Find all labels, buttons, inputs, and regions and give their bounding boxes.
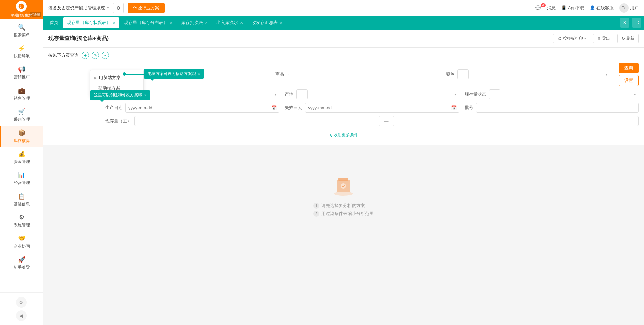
export-btn[interactable]: ⬆ 导出	[593, 34, 614, 43]
industry-btn[interactable]: 体验行业方案	[128, 3, 165, 13]
expand-arrow: ▶	[94, 76, 97, 80]
reset-btn[interactable]: 设置	[619, 75, 639, 86]
tab-collection-total[interactable]: 收发存汇总表 ✕	[248, 17, 286, 28]
inv-status-select[interactable]	[489, 89, 500, 99]
origin-select[interactable]	[296, 89, 308, 99]
color-label: 颜色	[446, 71, 454, 77]
tab-batch-ledger[interactable]: 库存批次账 ✕	[177, 17, 212, 28]
tooltip2-close-btn[interactable]: ×	[144, 93, 146, 97]
edit-scheme-btn[interactable]: ✎	[92, 52, 99, 59]
tab-close-icon[interactable]: ✕	[240, 21, 243, 25]
system-dropdown-icon[interactable]: ▾	[107, 6, 109, 10]
step-2-num: 2	[313, 211, 319, 217]
message-btn[interactable]: 💬 6 消息	[535, 5, 556, 11]
tooltip-create-scheme: 这里可以创建和修改方案哦 ×	[90, 90, 150, 100]
online-service-btn[interactable]: 👤 在线客服	[590, 5, 614, 11]
color-select-wrap	[457, 69, 610, 79]
sidebar-item-basic[interactable]: 📋 基础信息	[0, 189, 43, 210]
scheme-label: 电脑端方案	[99, 75, 121, 81]
collapse-label: 收起更多条件	[334, 132, 358, 138]
sidebar-item-guide[interactable]: 🚀 新手引导	[0, 253, 43, 274]
tab-close-icon[interactable]: ✕	[205, 21, 208, 25]
tab-inventory-status[interactable]: 现存量（库存状况表） ✕	[63, 17, 119, 28]
system-icon: ⚙	[19, 214, 24, 221]
expiry-date-wrap: 📅	[305, 103, 459, 113]
goods-dots[interactable]: ···	[287, 72, 293, 77]
close-all-tabs-btn[interactable]: ✕	[620, 18, 629, 28]
tab-home[interactable]: 首页	[46, 17, 62, 28]
sidebar-item-quicknav[interactable]: ⚡ 快捷导航	[0, 41, 43, 62]
collapse-sidebar-btn[interactable]: ◀	[16, 310, 27, 321]
filter-inv-main: 现存量（主） —	[105, 116, 639, 126]
print-icon: 🖨	[557, 36, 561, 41]
user-btn[interactable]: Ea 用户	[619, 3, 639, 13]
empty-steps: 1 请先选择要分析的方案 2 用过滤条件来缩小分析范围	[313, 203, 374, 219]
expiry-date-input[interactable]	[305, 103, 459, 113]
filter-goods: 商品 ···	[275, 71, 440, 77]
sidebar-label: 资金管理	[14, 159, 30, 165]
color-select[interactable]	[457, 69, 469, 79]
sidebar-item-purchase[interactable]: 🛒 采购管理	[0, 105, 43, 126]
sidebar-item-system[interactable]: ⚙ 系统管理	[0, 210, 43, 231]
collapse-filter-btn[interactable]: ∧ 收起更多条件	[329, 132, 358, 138]
tab-inout-flow[interactable]: 出入库流水 ✕	[212, 17, 247, 28]
sidebar-item-finance[interactable]: 💰 资金管理	[0, 147, 43, 168]
maximize-btn[interactable]: ⛶	[632, 18, 641, 28]
sales-icon: 💼	[18, 87, 25, 94]
tab-close-icon[interactable]: ✕	[170, 21, 172, 25]
batch-input[interactable]	[476, 103, 639, 113]
filter-color: 颜色	[446, 69, 610, 79]
tooltip1-text: 电脑方案可设为移动方案哦	[148, 71, 196, 77]
user-label: 用户	[630, 5, 639, 11]
sidebar-item-inventory[interactable]: 📦 库存核算	[0, 126, 43, 147]
app-logo: 6 畅通好好生意 标准版	[0, 0, 43, 19]
sidebar-item-sales[interactable]: 💼 销售管理	[0, 84, 43, 105]
inv-main-min-input[interactable]	[134, 116, 380, 126]
filter-action-buttons: 查询 设置	[619, 63, 639, 86]
inv-main-label: 现存量（主）	[105, 118, 131, 124]
main-area: 装备及固定资产辅助管理系统 ▾ ⚙ 体验行业方案 💬 6 消息 📱 App下载 …	[43, 0, 644, 325]
filter-expiry-date: 失效日期 📅	[285, 103, 459, 113]
settings-footer-btn[interactable]: ⚙	[16, 297, 27, 308]
print-template-btn[interactable]: 🖨 按模板打印 ▾	[553, 34, 590, 43]
filter-bottom: ∧ 收起更多条件	[48, 129, 639, 141]
tooltip2-text: 这里可以创建和修改方案哦	[94, 92, 142, 98]
tooltip1-close-btn[interactable]: ×	[198, 72, 200, 76]
sidebar-item-marketing[interactable]: 📢 营销推广	[0, 62, 43, 84]
inv-main-max-input[interactable]	[393, 116, 639, 126]
tab-close-icon[interactable]: ✕	[113, 21, 115, 25]
refresh-btn[interactable]: ↻ 刷新	[617, 34, 639, 43]
prod-date-calendar-icon[interactable]: 📅	[271, 105, 277, 110]
app-download-btn[interactable]: 📱 App下载	[561, 5, 584, 11]
filter-prod-date: 生产日期 📅	[105, 103, 279, 113]
prev-scheme-btn[interactable]: «	[102, 52, 109, 59]
sidebar-footer: ⚙ ◀	[0, 292, 43, 325]
top-header: 装备及固定资产辅助管理系统 ▾ ⚙ 体验行业方案 💬 6 消息 📱 App下载 …	[43, 0, 644, 16]
inventory-icon: 📦	[18, 129, 25, 137]
filter-header: 按以下方案查询 + ✎ «	[48, 52, 639, 59]
settings-button[interactable]: ⚙	[113, 3, 124, 13]
add-scheme-btn[interactable]: +	[82, 52, 89, 59]
search-btn[interactable]: 查询	[619, 63, 639, 73]
collapse-up-icon: ∧	[329, 133, 332, 138]
sidebar-label: 快捷导航	[14, 53, 30, 59]
basic-icon: 📋	[18, 193, 25, 200]
logo-subtitle: 畅通好好生意	[11, 13, 32, 18]
line-connector	[124, 74, 145, 75]
sidebar-item-enterprise[interactable]: 🤝 企业协同	[0, 231, 43, 253]
sidebar-item-search[interactable]: 🔍 搜索菜单	[0, 20, 43, 41]
prod-date-input[interactable]	[125, 103, 279, 113]
tab-inventory-dist[interactable]: 现存量（库存分布表） ✕	[120, 17, 176, 28]
prod-date-wrap: 📅	[125, 103, 279, 113]
finance-icon: 💰	[18, 150, 25, 158]
sidebar-item-operations[interactable]: 📊 经营管理	[0, 168, 43, 189]
marketing-icon: 📢	[18, 66, 25, 73]
page-header: 现存量查询(按仓库+商品) 🖨 按模板打印 ▾ ⬆ 导出 ↻ 刷新	[43, 30, 644, 48]
filter-batch: 批号	[465, 103, 639, 113]
search-icon: 🔍	[18, 23, 25, 31]
sidebar-nav: 🔍 搜索菜单 ⚡ 快捷导航 📢 营销推广 💼 销售管理 🛒 采购管理 📦 库存核…	[0, 19, 43, 292]
filter-row-2: 尺码 产地 现存量状态	[105, 89, 639, 99]
tab-close-icon[interactable]: ✕	[280, 21, 282, 25]
step-2-text: 用过滤条件来缩小分析范围	[321, 211, 374, 217]
expiry-date-calendar-icon[interactable]: 📅	[451, 105, 457, 110]
